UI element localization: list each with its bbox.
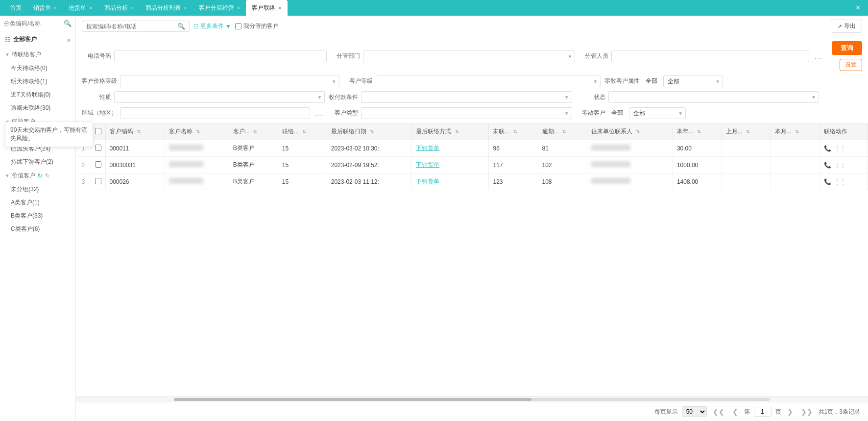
col-contacts[interactable]: 往来单位联系人 ⇅ [587,124,673,140]
scrollbar-track[interactable] [174,398,770,401]
filter-input-phone[interactable] [114,50,327,62]
sidebar-item-today-pending[interactable]: 今天待联络(0) [0,62,75,75]
last-contact-way-link-1[interactable]: 下销货单 [416,161,439,168]
table-header-row: ⚙ 客户编码 ⇅ 客户名称 ⇅ 客户... ⇅ [76,124,868,140]
sort-icon-code: ⇅ [137,129,141,134]
filter-select-payment[interactable] [361,91,572,103]
col-contact-num[interactable]: 联络... ⇅ [278,124,327,140]
sidebar-item-class-b-label: B类客户(33) [11,212,43,219]
filter-select-price-level[interactable] [120,75,339,87]
tab-product-analysis-close[interactable]: × [131,5,134,11]
action-contact-icon-1[interactable]: 📞 [824,162,831,169]
tab-product-analysis-list-close[interactable]: × [184,5,187,11]
sidebar-item-declining[interactable]: 持续下滑客户(2) [0,155,75,169]
filter-label-customer-type: 客户类型 [329,109,358,117]
filter-select-dept[interactable] [363,50,576,62]
tooltip-problem-customers: 90天未交易的客户，可能有流失风险。 [5,122,76,147]
sidebar-item-class-a[interactable]: A类客户(1) [0,196,75,209]
page-size-select[interactable]: 50 10 20 100 [682,406,707,417]
tab-customer-tier-close[interactable]: × [237,5,240,11]
scrollbar-area[interactable] [76,396,868,402]
tab-sales-order[interactable]: 销货单 × [27,0,63,16]
sidebar-item-class-c[interactable]: C类客户(6) [0,223,75,236]
col-unlink-days[interactable]: 未联... ⇅ [489,124,538,140]
cell-last-contact-way-1[interactable]: 下销货单 [412,157,489,173]
col-overdue[interactable]: 逾期... ⇅ [538,124,587,140]
tab-product-analysis-list[interactable]: 商品分析列表 × [140,0,193,16]
filter-more-manager[interactable]: … [812,52,824,61]
sidebar-item-class-b[interactable]: B类客户(33) [0,209,75,223]
action-more-icon-2[interactable]: ⋮⋮ [834,178,846,185]
sidebar-item-overdue-pending[interactable]: 逾期未联络(30) [0,101,75,115]
page-size-label: 每页显示 [654,408,678,416]
settings-button[interactable]: 设置 [840,59,862,71]
cell-checkbox-1[interactable] [91,157,105,173]
filter-select-customer-type[interactable] [361,107,572,119]
col-last-contact-way[interactable]: 最后联络方式 ⇅ [412,124,489,140]
col-last-month[interactable]: 上月... ⇅ [722,124,771,140]
filter-input-region[interactable] [120,107,310,119]
row-checkbox-2[interactable] [95,178,101,184]
row-checkbox-1[interactable] [95,161,101,168]
toolbar-my-customers[interactable]: 我分管的客户 [235,22,279,30]
sidebar-group-pending[interactable]: ▼ 待联络客户 [0,48,75,62]
scrollbar-thumb[interactable] [174,398,531,401]
col-customer-type[interactable]: 客户... ⇅ [229,124,278,140]
export-button[interactable]: ↗ 导出 [831,20,862,33]
cell-last-contact-way-0[interactable]: 下销货单 [412,140,489,157]
tab-purchase-order[interactable]: 进货单 × [63,0,98,16]
filter-more-region[interactable]: … [313,109,325,118]
row-checkbox-0[interactable] [95,145,101,151]
last-contact-way-link-0[interactable]: 下销货单 [416,145,439,151]
sidebar-group-value[interactable]: ▼ 价值客户 ↻ ✎ [0,169,75,183]
col-name[interactable]: 客户名称 ⇅ [165,124,229,140]
last-contact-way-link-2[interactable]: 下销货单 [416,178,439,185]
action-more-icon-1[interactable]: ⋮⋮ [834,162,846,169]
prev-page-btn[interactable]: ❮ [730,407,740,417]
toolbar-search-icon[interactable]: 🔍 [177,23,185,30]
next-page-btn[interactable]: ❯ [785,407,795,417]
sidebar-item-ungrouped[interactable]: 未分组(32) [0,183,75,196]
tab-customer-contact[interactable]: 客户联络 × [246,0,287,16]
action-contact-icon-2[interactable]: 📞 [824,178,831,185]
col-code[interactable]: 客户编码 ⇅ [105,124,165,140]
tab-home[interactable]: 首页 [4,0,27,16]
filter-select-status[interactable] [608,91,819,103]
action-contact-icon-0[interactable]: 📞 [824,145,831,152]
query-button[interactable]: 查询 [832,41,862,55]
filter-select-zero-attr[interactable]: 全部 [663,75,723,87]
tab-customer-contact-close[interactable]: × [278,5,281,11]
refresh-icon[interactable]: ↻ [37,172,43,179]
action-more-icon-0[interactable]: ⋮⋮ [834,145,846,152]
tab-product-analysis[interactable]: 商品分析 × [98,0,140,16]
col-this-month[interactable]: 本月... ⇅ [771,124,820,140]
first-page-btn[interactable]: ❮❮ [711,407,726,417]
sidebar-all-customers[interactable]: ☷ 全部客户 » [0,31,75,48]
toolbar-filter-btn[interactable]: ☷ 更多条件 ▼ [193,22,231,30]
filter-panel: 电话号码 分管部门 ▼ 分管人员 … 查询 设置 [76,37,868,124]
last-page-btn[interactable]: ❯❯ [799,407,815,417]
filter-select-nature[interactable] [114,91,325,103]
sidebar-item-tomorrow-pending[interactable]: 明天待联络(1) [0,75,75,88]
filter-select-customer-level[interactable] [376,75,601,87]
col-last-contact-date[interactable]: 最后联络日期 ⇅ [327,124,411,140]
select-all-checkbox[interactable] [95,128,101,134]
page-input[interactable]: 1 [754,407,772,417]
cell-checkbox-2[interactable] [91,173,105,190]
col-last-contact-way-label: 最后联络方式 [416,128,451,135]
toolbar-search-input[interactable] [86,23,177,30]
filter-input-manager[interactable] [611,50,809,62]
window-close-button[interactable]: × [852,3,864,12]
tab-purchase-order-close[interactable]: × [89,5,92,11]
sidebar-search-input[interactable] [4,20,62,27]
col-this-year[interactable]: 本年... ⇅ [673,124,722,140]
filter-select-zero-customer[interactable]: 全部 [629,107,686,119]
collapse-icon[interactable]: » [67,36,71,44]
cell-last-contact-way-2[interactable]: 下销货单 [412,173,489,190]
my-customers-checkbox[interactable] [235,23,241,29]
sidebar-item-7days-pending[interactable]: 近7天待联络(0) [0,88,75,101]
toolbar-filter-label: 更多条件 [200,22,224,30]
tab-customer-tier[interactable]: 客户分层经营 × [193,0,246,16]
edit-icon[interactable]: ✎ [45,172,50,179]
tab-sales-order-close[interactable]: × [54,5,57,11]
